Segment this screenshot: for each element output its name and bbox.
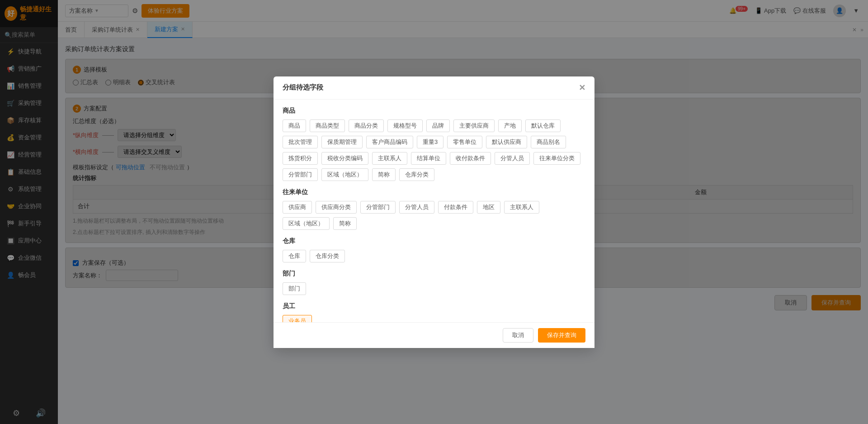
field-tag[interactable]: 分管部门	[360, 201, 396, 214]
modal-dialog: 分组待选字段 ✕ 商品 商品 商品类型 商品分类 规格型号 品牌 主要供应商 产…	[274, 76, 594, 348]
modal-confirm-button[interactable]: 保存并查询	[538, 328, 585, 343]
dept-fields: 部门	[283, 282, 585, 295]
group-title-staff: 员工	[283, 302, 585, 310]
field-group-partner: 往来单位 供应商 供应商分类 分管部门 分管人员 付款条件 地区 主联系人 区域…	[283, 188, 585, 230]
field-tag[interactable]: 区域（地区）	[283, 217, 330, 230]
field-tag[interactable]: 零售单位	[447, 136, 482, 148]
field-tag[interactable]: 结算单位	[411, 152, 446, 165]
modal-footer: 取消 保存并查询	[274, 322, 594, 348]
field-tag[interactable]: 收付款条件	[450, 152, 491, 165]
group-title-warehouse: 仓库	[283, 237, 585, 245]
field-tag[interactable]: 部门	[283, 282, 306, 295]
product-fields: 商品 商品类型 商品分类 规格型号 品牌 主要供应商 产地 默认仓库 批次管理 …	[283, 119, 585, 181]
field-tag[interactable]: 往来单位分类	[533, 152, 580, 165]
field-tag[interactable]: 保质期管理	[321, 136, 363, 148]
staff-fields: 业务员	[283, 315, 585, 322]
field-tag[interactable]: 仓库分类	[399, 168, 434, 181]
field-tag[interactable]: 主联系人	[372, 152, 407, 165]
field-tag[interactable]: 品牌	[426, 119, 450, 132]
field-tag[interactable]: 区域（地区）	[321, 168, 368, 181]
field-tag[interactable]: 主要供应商	[453, 119, 495, 132]
field-tag[interactable]: 付款条件	[438, 201, 473, 214]
partner-fields: 供应商 供应商分类 分管部门 分管人员 付款条件 地区 主联系人 区域（地区） …	[283, 201, 585, 230]
warehouse-fields: 仓库 仓库分类	[283, 250, 585, 262]
modal-header: 分组待选字段 ✕	[274, 76, 594, 100]
field-tag[interactable]: 商品	[283, 119, 306, 132]
field-tag[interactable]: 仓库	[283, 250, 306, 262]
field-tag[interactable]: 拣货积分	[283, 152, 318, 165]
field-group-product: 商品 商品 商品类型 商品分类 规格型号 品牌 主要供应商 产地 默认仓库 批次…	[283, 107, 585, 181]
modal-title: 分组待选字段	[283, 83, 323, 92]
field-tag[interactable]: 产地	[498, 119, 522, 132]
field-tag[interactable]: 商品类型	[310, 119, 345, 132]
field-tag[interactable]: 仓库分类	[310, 250, 345, 262]
modal-cancel-button[interactable]: 取消	[503, 328, 533, 343]
field-tag[interactable]: 简称	[333, 217, 357, 230]
field-group-warehouse: 仓库 仓库 仓库分类	[283, 237, 585, 262]
field-tag[interactable]: 批次管理	[283, 136, 318, 148]
field-tag[interactable]: 供应商分类	[316, 201, 357, 214]
field-group-dept: 部门 部门	[283, 270, 585, 295]
field-tag[interactable]: 简称	[372, 168, 396, 181]
group-title-partner: 往来单位	[283, 188, 585, 196]
field-tag[interactable]: 分管人员	[399, 201, 434, 214]
field-tag[interactable]: 主联系人	[504, 201, 539, 214]
field-tag[interactable]: 规格型号	[387, 119, 423, 132]
group-title-dept: 部门	[283, 270, 585, 278]
field-tag[interactable]: 商品别名	[531, 136, 566, 148]
field-tag[interactable]: 默认供应商	[486, 136, 527, 148]
modal-overlay: 分组待选字段 ✕ 商品 商品 商品类型 商品分类 规格型号 品牌 主要供应商 产…	[0, 0, 868, 424]
modal-close-button[interactable]: ✕	[579, 83, 585, 93]
field-tag[interactable]: 分管人员	[495, 152, 530, 165]
field-tag[interactable]: 分管部门	[283, 168, 318, 181]
field-tag[interactable]: 商品分类	[349, 119, 384, 132]
group-title-product: 商品	[283, 107, 585, 115]
field-tag[interactable]: 默认仓库	[525, 119, 561, 132]
field-group-staff: 员工 业务员	[283, 302, 585, 322]
field-tag[interactable]: 客户商品编码	[366, 136, 413, 148]
field-tag-selected[interactable]: 业务员	[283, 315, 312, 322]
field-tag[interactable]: 地区	[477, 201, 500, 214]
field-tag[interactable]: 供应商	[283, 201, 312, 214]
field-tag[interactable]: 税收分类编码	[321, 152, 368, 165]
modal-body[interactable]: 商品 商品 商品类型 商品分类 规格型号 品牌 主要供应商 产地 默认仓库 批次…	[274, 100, 594, 322]
field-tag[interactable]: 重量3	[417, 136, 443, 148]
